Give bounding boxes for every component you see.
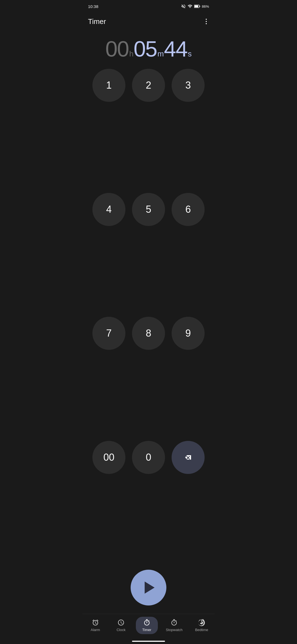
svg-rect-1	[194, 5, 198, 7]
battery-icon	[194, 4, 200, 8]
app-bar: Timer	[82, 12, 215, 30]
status-time: 10:38	[88, 4, 98, 9]
seconds-unit: 44 s	[164, 38, 192, 61]
numpad-00[interactable]: 00	[92, 441, 125, 474]
minutes-label: m	[158, 50, 164, 58]
numpad-1[interactable]: 1	[92, 69, 125, 102]
bottom-nav: Alarm Clock Timer Stopwatch Bedtime	[82, 614, 215, 640]
minutes-unit: 05 m	[134, 38, 164, 61]
numpad-2[interactable]: 2	[132, 69, 165, 102]
nav-item-alarm[interactable]: Alarm	[84, 617, 106, 634]
nav-item-timer[interactable]: Timer	[136, 617, 158, 634]
alarm-nav-label: Alarm	[91, 628, 100, 632]
numpad-delete[interactable]	[172, 441, 205, 474]
numpad-7[interactable]: 7	[92, 317, 125, 350]
hours-value: 00	[105, 38, 129, 60]
numpad-0[interactable]: 0	[132, 441, 165, 474]
numpad-5[interactable]: 5	[132, 193, 165, 226]
timer-nav-icon	[143, 619, 150, 626]
alarm-nav-icon	[92, 619, 99, 626]
battery-percentage: 86%	[202, 4, 209, 9]
timer-display: 00 h 05 m 44 s	[82, 30, 215, 66]
minutes-value: 05	[134, 38, 157, 60]
clock-nav-icon	[117, 619, 125, 626]
delete-icon	[183, 454, 193, 461]
nav-item-bedtime[interactable]: Bedtime	[191, 617, 213, 634]
play-icon	[145, 582, 155, 594]
numpad-9[interactable]: 9	[172, 317, 205, 350]
stopwatch-nav-label: Stopwatch	[166, 628, 183, 632]
three-dots-icon	[206, 19, 207, 24]
status-bar: 10:38 86%	[82, 0, 215, 12]
stopwatch-nav-icon	[170, 619, 178, 626]
numpad: 1 2 3 4 5 6 7 8 9 00 0	[82, 66, 215, 564]
timer-nav-label: Timer	[142, 628, 151, 632]
start-button-container	[82, 564, 215, 614]
app-title: Timer	[88, 17, 106, 26]
start-button[interactable]	[131, 570, 166, 605]
status-icons: 86%	[181, 4, 209, 9]
seconds-label: s	[188, 50, 192, 58]
numpad-4[interactable]: 4	[92, 193, 125, 226]
more-options-button[interactable]	[204, 17, 209, 26]
mute-icon	[181, 4, 186, 9]
hours-label: h	[129, 50, 134, 58]
nav-item-stopwatch[interactable]: Stopwatch	[161, 617, 187, 634]
wifi-icon	[188, 4, 193, 9]
home-indicator	[132, 641, 165, 642]
bedtime-nav-label: Bedtime	[195, 628, 208, 632]
hours-unit: 00 h	[105, 38, 134, 61]
svg-rect-2	[199, 6, 200, 7]
numpad-3[interactable]: 3	[172, 69, 205, 102]
nav-item-clock[interactable]: Clock	[110, 617, 132, 634]
clock-nav-label: Clock	[117, 628, 126, 632]
numpad-8[interactable]: 8	[132, 317, 165, 350]
numpad-6[interactable]: 6	[172, 193, 205, 226]
bedtime-nav-icon	[198, 619, 205, 626]
seconds-value: 44	[164, 38, 187, 60]
